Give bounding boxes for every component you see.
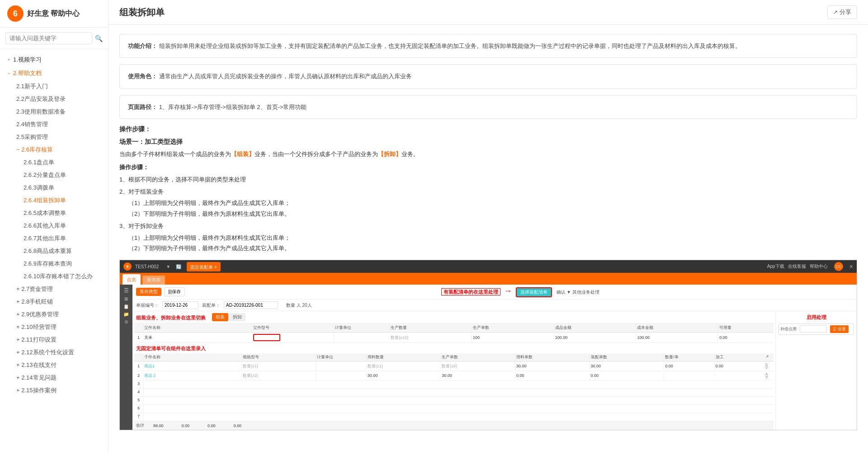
step3-sub2: （2）下部明细为子件明细，最终作为产成品生成其它入库单。 [128,243,857,253]
step2-sub2: （2）下部明细为子件明细，最终作为原材料生成其它出库单。 [128,209,857,219]
nav-sub-2-15[interactable]: + 2.15操作案例 [0,384,108,397]
app-close-icon[interactable]: × [849,263,853,270]
search-icon[interactable]: 🔍 [95,35,103,42]
app-refresh: 🔄 [176,264,181,269]
app-extra-btns: 确认 ▼ 其他业务处理 [557,290,599,295]
nav-sub-2-9[interactable]: + 2.9优惠券管理 [0,308,108,321]
parent-grid-row-1: 1 关米 数量(≥10) 100 100.00 100.00 [134,333,774,343]
sidebar-header: 6 好生意 帮助中心 [0,0,108,28]
annotation-has-list: 有装配清单的在这里处理 [441,288,500,295]
app-child-grid: 无固定清单可在组件在这里录入 子件名称 规格型号 计量单位 用料数量 生产单数 … [132,344,775,430]
nav-sub-2-7[interactable]: + 2.7资金管理 [0,283,108,295]
app-select-list-btn[interactable]: 选择装配清单 [516,287,552,297]
sidebar-item-video[interactable]: + 1.视频学习 [0,53,108,67]
nav-sub-2-11[interactable]: + 2.11打印设置 [0,333,108,346]
nav-sub-2-6-1[interactable]: 2.6.1盘点单 [0,156,108,169]
step3-sub1: （1）上部明细为父件明细，最终作为原材料生成其它出库单； [128,233,857,243]
function-intro-text: 功能介绍： 组装拆卸单用来处理企业组装或拆卸等加工业务，支持有固定装配清单的产品… [128,41,849,51]
app-parent-type-input[interactable] [253,334,280,341]
step3-subs: （1）上部明细为父件明细，最终作为原材料生成其它出库单； （2）下部明细为子件明… [119,233,857,254]
role-block: 使用角色： 通常由生产人员或库管人员完成拆装业务的操作，库管人员确认原材料的出库… [119,64,857,88]
app-fields-row: 单据编号： 装配单： 数量 人 20人 [132,300,857,311]
minus-icon: − [7,70,10,76]
nav-sub-2-8[interactable]: + 2.8手机旺铺 [0,295,108,308]
app-tools: App下载 在线客服 帮助中心 [767,263,830,270]
app-parent-grid-header: 父件名称 父件型号 计量单位 生产数量 生产单数 成品金额 成本金额 可用量 [134,324,774,333]
nav-sub-2-6-3[interactable]: 2.6.3调拨单 [0,181,108,194]
logo-icon: 6 [7,5,24,22]
app-parent-grid: 父件名称 父件型号 计量单位 生产数量 生产单数 成品金额 成本金额 可用量 [132,324,775,343]
nav-sub-2-6-9[interactable]: 2.6.9库存账本查询 [0,257,108,270]
app-screenshot: 6 TEST-H002 ▼ 🔄 固定装配单 × App下载 在线客服 帮助中心 … [119,260,857,430]
app-company: TEST-H002 [135,264,159,269]
app-tab-new[interactable]: 新添加 [142,276,165,285]
nav-sub-2-13[interactable]: + 2.13在线支付 [0,359,108,371]
search-input[interactable] [5,32,92,44]
app-panels-area: 组装业务、拆卸业务在这里切换 组装 拆卸 [132,311,857,430]
nav-sub-2-12[interactable]: + 2.12系统个性化设置 [0,346,108,359]
step1: 1、根据不同的业务，选择不同单据的类型来处理 [119,174,857,185]
nav-sub-2-2[interactable]: 2.2产品安装及登录 [0,93,108,105]
app-avatar: CC [834,262,843,271]
child-row-6: 6 [134,405,774,413]
sidebar: 6 好生意 帮助中心 🔍 + 1.视频学习 − 2.帮助文档 2.1新手入门 2… [0,0,108,452]
nav-sub-2-6-8[interactable]: 2.6.8商品成本重算 [0,245,108,257]
nav-sub-2-6-4[interactable]: 2.6.4组装拆卸单 [0,194,108,207]
nav-sub-2-3[interactable]: 2.3使用前数据准备 [0,105,108,118]
nav-sub-2-1[interactable]: 2.1新手入门 [0,80,108,93]
brand-name: 好生意 帮助中心 [27,9,80,19]
app-enable-input: 补偿点用 立 设置 [778,324,854,335]
step3: 3、对于拆卸业务 [119,221,857,231]
sidebar-item-docs-label: 2.帮助文档 [13,69,42,77]
app-fixed-order-btn[interactable]: 固定装配单 × [187,262,221,271]
app-dropdown: ▼ [166,264,170,269]
nav-sub-2-14[interactable]: + 2.14常见问题 [0,371,108,384]
app-date-field[interactable] [162,301,198,309]
nav-sub-2-6-7[interactable]: 2.6.7其他出库单 [0,232,108,245]
app-add-btn[interactable]: 库存类型 [136,288,161,296]
app-type-tabs: 组装 拆卸 [212,313,245,321]
app-save-btn[interactable]: |||保存 [164,287,185,296]
child-row-3: 3 [134,381,774,389]
step2: 2、对于组装业务 [119,186,857,197]
nav-sub-2-10[interactable]: + 2.10经营管理 [0,321,108,333]
app-apply-btn[interactable]: 立 设置 [830,325,849,333]
app-tab-assemble[interactable]: 组装 [212,313,228,321]
main-area: 组装拆卸单 ↗ 分享 功能介绍： 组装拆卸单用来处理企业组装或拆卸等加工业务，支… [108,0,868,452]
nav-sub-2-4[interactable]: 2.4销售管理 [0,118,108,131]
steps-subtitle: 操作步骤： [119,163,857,171]
sidebar-item-docs[interactable]: − 2.帮助文档 [0,67,108,80]
child-row-1: 1 商品1 数量(≥1) 数量(≥1) 数量(≥0) 30.00 30.00 0… [134,362,774,371]
app-form-content: 库存类型 |||保存 有装配清单的在这里处理 → 选择装配清单 确认 ▼ 其他业… [132,285,857,430]
app-header-bar: 6 TEST-H002 ▼ 🔄 固定装配单 × App下载 在线客服 帮助中心 … [120,260,857,273]
app-annotation-area: 有装配清单的在这里处理 → 选择装配清单 确认 ▼ 其他业务处理 [188,286,853,297]
app-nav-tabs: 自页 新添加 [120,273,857,285]
sidebar-item-video-label: 1.视频学习 [13,56,42,64]
app-logo-sm: 6 [123,262,132,271]
nav-sub-2-6-6[interactable]: 2.6.6其他入库单 [0,219,108,232]
scenario1-desc: 当由多个子件材料组装成一个成品的业务为【组装】业务，当由一个父件拆分成多个子产品… [119,149,857,159]
app-assembly-field[interactable] [224,301,278,309]
ops-title: 操作步骤： [119,125,857,133]
nav-sub-2-6-10[interactable]: 2.6.10库存账本错了怎么办 [0,270,108,283]
search-box: 🔍 [0,28,108,49]
nav-sub-2-6-2[interactable]: 2.6.2分量盘点单 [0,169,108,181]
app-enable-field[interactable] [800,325,827,333]
share-button[interactable]: ↗ 分享 [827,5,857,19]
app-child-grid-header: 子件名称 规格型号 计量单位 用料数量 生产单数 用料单数 装配单数 数量/单 … [134,353,774,362]
nav-sub-2-6-5[interactable]: 2.6.5成本调整单 [0,207,108,219]
nav-sub-2-5[interactable]: 2.5采购管理 [0,131,108,143]
app-tab-disassemble[interactable]: 拆卸 [229,313,245,321]
role-text: 使用角色： 通常由生产人员或库管人员完成拆装业务的操作，库管人员确认原材料的出库… [128,71,849,81]
app-left-panel: 组装业务、拆卸业务在这里切换 组装 拆卸 [132,311,775,430]
path-text: 页面路径： 1、库存核算->库存管理->组装拆卸单 2、首页->常用功能 [128,102,849,112]
app-right-panel: 启用处理 补偿点用 立 设置 [775,311,857,430]
annotation-enable: 启用处理 [778,314,854,321]
app-tab-home[interactable]: 自页 [123,274,141,285]
nav-tree: + 1.视频学习 − 2.帮助文档 2.1新手入门 2.2产品安装及登录 2.3… [0,49,108,452]
app-sidebar-icons: ☰ ⊞ 📋 📁 ⚙ [120,285,132,430]
app-footer-totals: 合计 89.00 0.00 0.00 0.00 [134,421,774,430]
app-type-row: 组装业务、拆卸业务在这里切换 组装 拆卸 [132,311,775,324]
child-row-7: 7 [134,413,774,421]
nav-sub-2-6[interactable]: − 2.6库存核算 [0,143,108,156]
